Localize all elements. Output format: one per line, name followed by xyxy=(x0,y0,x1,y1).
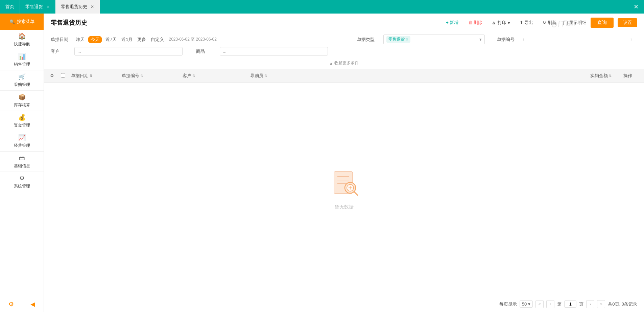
sidebar-item-operations[interactable]: 📈 经营管理 xyxy=(0,131,44,152)
sidebar-settings-button[interactable]: ⚙ xyxy=(8,300,14,308)
prev-page-button[interactable]: ‹ xyxy=(546,300,554,308)
filter-row-customer: 客户 ... 商品 ... xyxy=(51,47,637,55)
th-guide[interactable]: 导购员 ⇅ xyxy=(247,73,298,79)
th-settings[interactable]: ⚙ xyxy=(47,73,57,78)
tab-home[interactable]: 首页 xyxy=(0,0,20,14)
goods-input[interactable]: ... xyxy=(220,47,328,55)
show-detail-checkbox[interactable] xyxy=(563,21,568,25)
date-opt-custom[interactable]: 自定义 xyxy=(149,36,165,43)
date-opt-1month[interactable]: 近1月 xyxy=(120,36,134,43)
current-page-input[interactable] xyxy=(564,300,576,308)
sidebar-item-sales[interactable]: 📊 销售管理 xyxy=(0,50,44,70)
date-opt-more[interactable]: 更多 xyxy=(136,36,147,43)
th-amount-label: 实销金额 xyxy=(590,73,608,79)
th-checkbox[interactable] xyxy=(57,73,68,79)
page-header: 零售退货历史 + 新增 🗑 删除 🖨 打印 ▾ ⬆ 导出 xyxy=(44,14,644,69)
tab-retail-return-history[interactable]: 零售退货历史 ✕ xyxy=(55,0,100,14)
sidebar-item-inventory[interactable]: 📦 库存核算 xyxy=(0,91,44,111)
filter-row-date: 单据日期 昨天 今天 近7天 近1月 更多 自定义 2023-06-02 至 2… xyxy=(51,35,637,44)
date-opt-7days[interactable]: 近7天 xyxy=(104,36,118,43)
sidebar-collapse-button[interactable]: ◀ xyxy=(30,300,35,308)
first-page-button[interactable]: « xyxy=(535,300,544,308)
empty-illustration xyxy=(327,168,361,199)
last-page-button[interactable]: » xyxy=(597,300,605,308)
sidebar-item-inventory-label: 库存核算 xyxy=(14,102,30,108)
inventory-icon: 📦 xyxy=(18,93,26,101)
date-opt-yesterday[interactable]: 昨天 xyxy=(74,36,86,43)
sidebar-item-operations-label: 经营管理 xyxy=(14,143,30,149)
date-range-display: 2023-06-02 至 2023-06-02 xyxy=(169,37,216,42)
page-size-value: 50 xyxy=(522,302,527,307)
sidebar-item-base-info[interactable]: 🗃 基础信息 xyxy=(0,152,44,172)
th-ops-label: 操作 xyxy=(623,73,632,79)
th-customer-sort-icon: ⇅ xyxy=(192,74,195,77)
collapse-bar[interactable]: ▲ 收起更多条件 xyxy=(51,58,637,69)
tab-retail-return[interactable]: 零售退货 ✕ xyxy=(20,0,55,14)
empty-text: 暂无数据 xyxy=(335,204,354,210)
th-customer-label: 客户 xyxy=(183,73,191,79)
sidebar-item-quick-nav[interactable]: 🏠 快捷导航 xyxy=(0,30,44,50)
top-tab-bar: 首页 零售退货 ✕ 零售退货历史 ✕ ✕ xyxy=(0,0,644,14)
show-detail-toggle[interactable]: 显示明细 xyxy=(563,20,587,26)
page-unit: 页 xyxy=(579,301,583,307)
empty-state: 暂无数据 xyxy=(44,83,644,296)
tab-retail-return-label: 零售退货 xyxy=(25,4,43,10)
table-area: ⚙ 单据日期 ⇅ 单据编号 ⇅ 客户 ⇅ 导购员 ⇅ xyxy=(44,69,644,312)
new-button[interactable]: + 新增 xyxy=(443,18,461,27)
th-customer[interactable]: 客户 ⇅ xyxy=(180,73,247,79)
refresh-button[interactable]: ↻ 刷新 xyxy=(540,18,559,27)
settings-button[interactable]: 设置 xyxy=(618,18,637,27)
topbar-right: ✕ xyxy=(634,3,644,10)
sidebar-item-quick-nav-label: 快捷导航 xyxy=(14,41,30,47)
sidebar-item-system[interactable]: ⚙ 系统管理 xyxy=(0,172,44,192)
th-amount-sort-icon: ⇅ xyxy=(609,74,612,77)
sidebar-item-purchase[interactable]: 🛒 采购管理 xyxy=(0,70,44,91)
tab-retail-return-history-close[interactable]: ✕ xyxy=(91,4,94,9)
new-label: + 新增 xyxy=(446,20,458,26)
content-area: 零售退货历史 + 新增 🗑 删除 🖨 打印 ▾ ⬆ 导出 xyxy=(44,14,644,312)
home-icon: 🏠 xyxy=(18,32,26,40)
sales-icon: 📊 xyxy=(18,53,26,60)
th-date-sort-icon: ⇅ xyxy=(90,74,92,77)
customer-label: 客户 xyxy=(51,48,74,54)
page-size-label: 每页显示 xyxy=(499,301,517,307)
th-docnum-label: 单据编号 xyxy=(122,73,139,79)
sidebar-item-sales-label: 销售管理 xyxy=(14,62,30,67)
doc-type-tag-close[interactable]: × xyxy=(406,37,408,42)
query-button[interactable]: 查询 xyxy=(591,18,614,28)
sidebar-item-finance-label: 资金管理 xyxy=(14,122,30,128)
base-info-icon: 🗃 xyxy=(19,155,25,162)
doc-type-select[interactable]: 零售退货 × ▾ xyxy=(383,35,485,44)
doc-number-input[interactable] xyxy=(523,38,631,41)
customer-input[interactable]: ... xyxy=(74,47,183,55)
print-button[interactable]: 🖨 打印 ▾ xyxy=(489,18,513,27)
next-page-button[interactable]: › xyxy=(586,300,594,308)
th-docnum[interactable]: 单据编号 ⇅ xyxy=(119,73,180,79)
collapse-label: 收起更多条件 xyxy=(334,60,359,66)
delete-button[interactable]: 🗑 删除 xyxy=(466,18,485,27)
finance-icon: 💰 xyxy=(18,114,26,121)
export-label: ⬆ 导出 xyxy=(520,20,533,26)
th-amount[interactable]: 实销金额 ⇅ xyxy=(574,73,614,79)
sidebar-item-purchase-label: 采购管理 xyxy=(14,82,30,88)
th-ops: 操作 xyxy=(614,73,641,79)
purchase-icon: 🛒 xyxy=(18,73,26,81)
select-all-checkbox[interactable] xyxy=(61,73,65,77)
goods-label: 商品 xyxy=(196,48,220,54)
th-guide-label: 导购员 xyxy=(250,73,263,79)
customer-dots: ... xyxy=(77,49,81,54)
filter-area: 单据日期 昨天 今天 近7天 近1月 更多 自定义 2023-06-02 至 2… xyxy=(51,32,637,69)
window-close-button[interactable]: ✕ xyxy=(634,3,639,10)
sidebar-item-finance[interactable]: 💰 资金管理 xyxy=(0,111,44,131)
tab-home-label: 首页 xyxy=(5,4,14,10)
th-date[interactable]: 单据日期 ⇅ xyxy=(68,73,119,79)
page-size-select[interactable]: 50 ▾ xyxy=(520,300,533,308)
sidebar-search[interactable]: 🔍 搜索菜单 xyxy=(0,14,44,30)
export-button[interactable]: ⬆ 导出 xyxy=(517,18,536,27)
page-word: 第 xyxy=(557,301,562,307)
tab-retail-return-close[interactable]: ✕ xyxy=(46,4,50,9)
system-icon: ⚙ xyxy=(19,175,25,182)
goods-dots: ... xyxy=(223,49,226,54)
date-opt-today[interactable]: 今天 xyxy=(88,36,102,43)
sidebar-bottom: ⚙ ◀ xyxy=(0,296,44,312)
